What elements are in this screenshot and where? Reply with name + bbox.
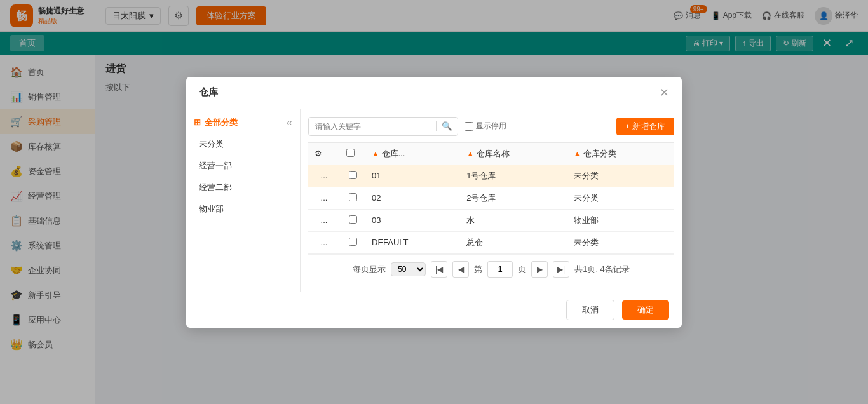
confirm-button[interactable]: 确定 [622, 300, 669, 320]
row-checkbox[interactable] [349, 215, 357, 224]
col-header-category: ▲ 仓库分类 [567, 142, 674, 165]
page-unit: 页 [518, 264, 526, 275]
select-all-checkbox[interactable] [346, 149, 355, 157]
table-header-row: ⚙ ▲ 仓库... ▲ 仓库名称 ▲ 仓库分类 [308, 142, 674, 165]
row-name: 总仓 [460, 231, 567, 253]
row-category: 物业部 [567, 209, 674, 231]
show-disabled-label[interactable]: 显示停用 [465, 121, 506, 131]
page-size-label: 每页显示 [353, 264, 386, 275]
row-check[interactable] [340, 165, 365, 187]
row-checkbox[interactable] [349, 193, 357, 201]
tree-collapse-button[interactable]: « [287, 117, 292, 128]
row-category: 未分类 [567, 187, 674, 209]
col-header-gear: ⚙ [308, 142, 340, 165]
modal-footer: 取消 确定 [186, 292, 682, 328]
row-gear[interactable]: ... [308, 231, 340, 253]
modal-header: 仓库 ✕ [186, 77, 682, 109]
table-row[interactable]: ... DEFAULT 总仓 未分类 [308, 231, 674, 253]
page-label: 第 [474, 264, 482, 275]
table-body: ... 01 1号仓库 未分类 ... 02 2号仓库 未分类 ... 03 水… [308, 165, 674, 253]
row-name: 水 [460, 209, 567, 231]
row-gear[interactable]: ... [308, 209, 340, 231]
row-gear[interactable]: ... [308, 165, 340, 187]
add-warehouse-button[interactable]: + 新增仓库 [616, 118, 674, 135]
table-head: ⚙ ▲ 仓库... ▲ 仓库名称 ▲ 仓库分类 [308, 142, 674, 165]
tree-item-unclassified[interactable]: 未分类 [186, 133, 300, 155]
table-row[interactable]: ... 02 2号仓库 未分类 [308, 187, 674, 209]
modal-close-button[interactable]: ✕ [660, 86, 669, 100]
sort-icon-category: ▲ [574, 149, 581, 158]
search-box: 🔍 [308, 117, 458, 136]
table-row[interactable]: ... 01 1号仓库 未分类 [308, 165, 674, 187]
all-categories-label: 全部分类 [205, 117, 238, 128]
row-check[interactable] [340, 187, 365, 209]
show-disabled-checkbox[interactable] [465, 122, 473, 131]
row-checkbox[interactable] [349, 238, 357, 246]
next-page-button[interactable]: ▶ [531, 261, 548, 278]
tree-header: ⊞ 全部分类 « [186, 117, 300, 133]
search-input[interactable] [309, 118, 436, 135]
warehouse-modal: 仓库 ✕ ⊞ 全部分类 « 未分类 经营一部 经营二部 物业部 [186, 77, 682, 328]
table-row[interactable]: ... 03 水 物业部 [308, 209, 674, 231]
row-check[interactable] [340, 209, 365, 231]
warehouse-table: ⚙ ▲ 仓库... ▲ 仓库名称 ▲ 仓库分类 ... 01 1号仓库 未分类 [308, 142, 674, 254]
pagination: 每页显示 50 20 100 |◀ ◀ 第 页 ▶ ▶| 共1页, 4条记录 [308, 254, 674, 284]
row-code: 01 [365, 165, 460, 187]
table-toolbar: 🔍 显示停用 + 新增仓库 [308, 117, 674, 136]
row-code: 03 [365, 209, 460, 231]
row-code: DEFAULT [365, 231, 460, 253]
prev-page-button[interactable]: ◀ [452, 261, 469, 278]
last-page-button[interactable]: ▶| [553, 261, 569, 278]
all-categories-item[interactable]: ⊞ 全部分类 [194, 117, 238, 128]
sort-icon-code: ▲ [372, 149, 379, 158]
table-container: ⚙ ▲ 仓库... ▲ 仓库名称 ▲ 仓库分类 ... 01 1号仓库 未分类 [308, 142, 674, 254]
current-page-input[interactable] [487, 261, 513, 278]
first-page-button[interactable]: |◀ [431, 261, 447, 278]
total-info: 共1页, 4条记录 [574, 264, 630, 275]
modal-title: 仓库 [199, 86, 218, 98]
modal-overlay[interactable]: 仓库 ✕ ⊞ 全部分类 « 未分类 经营一部 经营二部 物业部 [0, 0, 868, 404]
row-category: 未分类 [567, 165, 674, 187]
search-button[interactable]: 🔍 [436, 121, 458, 131]
table-panel: 🔍 显示停用 + 新增仓库 ⚙ [301, 109, 682, 292]
row-gear[interactable]: ... [308, 187, 340, 209]
sort-icon-name: ▲ [466, 149, 474, 158]
col-header-check [340, 142, 365, 165]
tree-item-dept1[interactable]: 经营一部 [186, 155, 300, 177]
tree-item-dept2[interactable]: 经营二部 [186, 177, 300, 198]
row-check[interactable] [340, 231, 365, 253]
cancel-button[interactable]: 取消 [566, 300, 614, 320]
col-header-code: ▲ 仓库... [365, 142, 460, 165]
modal-body: ⊞ 全部分类 « 未分类 经营一部 经营二部 物业部 🔍 [186, 109, 682, 292]
tree-item-property[interactable]: 物业部 [186, 198, 300, 220]
row-name: 2号仓库 [460, 187, 567, 209]
show-disabled-text: 显示停用 [476, 121, 506, 131]
col-header-name: ▲ 仓库名称 [460, 142, 567, 165]
row-category: 未分类 [567, 231, 674, 253]
category-tree-panel: ⊞ 全部分类 « 未分类 经营一部 经营二部 物业部 [186, 109, 301, 292]
grid-icon: ⊞ [194, 118, 201, 127]
row-name: 1号仓库 [460, 165, 567, 187]
row-checkbox[interactable] [349, 171, 357, 179]
page-size-select[interactable]: 50 20 100 [391, 262, 426, 276]
row-code: 02 [365, 187, 460, 209]
